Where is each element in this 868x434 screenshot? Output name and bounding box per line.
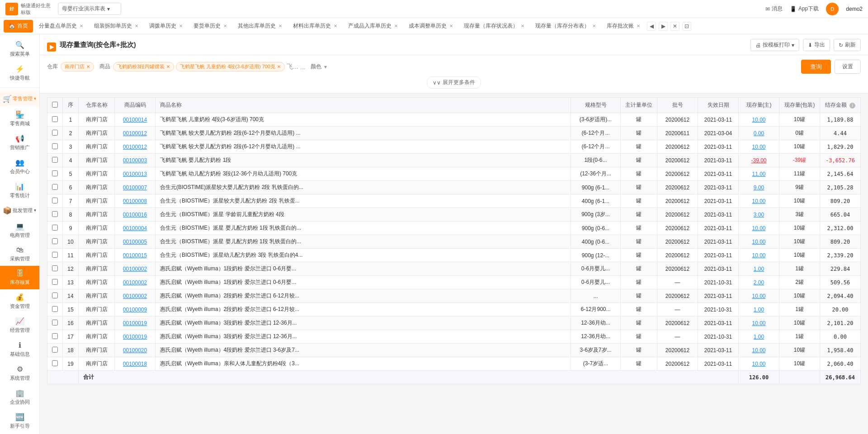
row-checkbox[interactable]	[52, 184, 58, 190]
tab-require[interactable]: 要货单历史 ✕	[189, 20, 232, 33]
sidebar-item-basic[interactable]: ℹ 基础信息	[0, 337, 39, 361]
row-code[interactable]: 00100016	[115, 208, 156, 222]
select-all-checkbox[interactable]	[52, 102, 58, 108]
row-checkbox[interactable]	[52, 225, 58, 231]
row-stock-main[interactable]: 10.00	[739, 249, 779, 262]
expand-more-button[interactable]: ∨∨ 展开更多条件	[427, 76, 481, 89]
row-checkbox-cell[interactable]	[47, 222, 63, 235]
row-checkbox[interactable]	[52, 347, 58, 353]
industry-select[interactable]: 母婴行业演示库表 ▾	[58, 3, 121, 15]
row-checkbox-cell[interactable]	[47, 249, 63, 262]
row-code[interactable]: 00100002	[115, 276, 156, 289]
row-code[interactable]: 00100020	[115, 344, 156, 357]
row-checkbox-cell[interactable]	[47, 289, 63, 303]
row-checkbox[interactable]	[52, 265, 58, 271]
row-checkbox[interactable]	[52, 130, 58, 136]
row-stock-main[interactable]: 10.00	[739, 357, 779, 371]
row-stock-main[interactable]: 9.00	[739, 181, 779, 194]
row-checkbox[interactable]	[52, 157, 58, 163]
tab-cost-adjust[interactable]: 成本调整单历史 ✕	[404, 20, 458, 33]
close-icon[interactable]: ✕	[80, 24, 83, 28]
close-icon[interactable]: ✕	[592, 24, 596, 28]
row-checkbox[interactable]	[52, 360, 58, 366]
row-checkbox-cell[interactable]	[47, 276, 63, 289]
row-checkbox-cell[interactable]	[47, 235, 63, 249]
tab-next-button[interactable]: ▶	[659, 22, 668, 31]
row-checkbox[interactable]	[52, 279, 58, 285]
tab-product-in[interactable]: 产成品入库单历史 ✕	[343, 20, 403, 33]
row-checkbox-cell[interactable]	[47, 181, 63, 194]
row-checkbox-cell[interactable]	[47, 127, 63, 140]
close-icon[interactable]: ✕	[521, 24, 524, 28]
row-checkbox[interactable]	[52, 238, 58, 244]
close-icon[interactable]: ✕	[277, 64, 281, 69]
row-checkbox-cell[interactable]	[47, 316, 63, 330]
balance-info-icon[interactable]: i	[849, 103, 855, 108]
tab-material-out[interactable]: 材料出库单历史 ✕	[288, 20, 342, 33]
row-stock-main[interactable]: 10.00	[739, 344, 779, 357]
row-checkbox[interactable]	[52, 116, 58, 122]
row-code[interactable]: 00100003	[115, 154, 156, 167]
close-icon[interactable]: ✕	[86, 64, 90, 69]
tab-disassemble[interactable]: 组装拆卸单历史 ✕	[89, 20, 143, 33]
sidebar-item-finance[interactable]: 💰 资金管理	[0, 289, 39, 313]
row-stock-main[interactable]: 10.00	[739, 289, 779, 303]
sidebar-item-guide[interactable]: 🆕 新手引导	[0, 409, 39, 433]
row-stock-main[interactable]: 2.00	[739, 276, 779, 289]
row-code[interactable]: 00100009	[115, 303, 156, 316]
row-code[interactable]: 00100002	[115, 289, 156, 303]
row-code[interactable]: 00100019	[115, 330, 156, 344]
sidebar-item-wholesale[interactable]: 📦 批发管理 ▼	[0, 203, 39, 218]
row-stock-main[interactable]: 10.00	[739, 113, 779, 127]
row-code[interactable]: 00100015	[115, 249, 156, 262]
row-checkbox-cell[interactable]	[47, 140, 63, 154]
close-icon[interactable]: ✕	[449, 24, 453, 28]
row-stock-main[interactable]: 10.00	[739, 140, 779, 154]
tab-partial-stock[interactable]: 分量盘点单历史 ✕	[34, 20, 88, 33]
row-code[interactable]: 00100002	[115, 262, 156, 276]
close-icon[interactable]: ✕	[135, 24, 138, 28]
tab-home[interactable]: 🏠 首页	[4, 20, 33, 33]
row-checkbox-cell[interactable]	[47, 194, 63, 208]
product-tag-2[interactable]: 飞鹤星飞帆 儿童奶粉 4段(3-6岁适用) 700克 ✕	[176, 62, 285, 71]
sidebar-item-marketing[interactable]: 📢 营销推广	[0, 131, 39, 155]
row-checkbox-cell[interactable]	[47, 344, 63, 357]
row-checkbox-cell[interactable]	[47, 262, 63, 276]
row-code[interactable]: 00100012	[115, 127, 156, 140]
row-code[interactable]: 00100004	[115, 222, 156, 235]
row-checkbox[interactable]	[52, 306, 58, 312]
row-stock-main[interactable]: -39.00	[739, 154, 779, 167]
row-checkbox[interactable]	[52, 320, 58, 326]
app-download-button[interactable]: 📱 App下载	[790, 5, 819, 13]
sidebar-item-nav[interactable]: ⚡ 快捷导航	[0, 61, 39, 85]
color-dropdown-icon[interactable]: ▾	[324, 64, 327, 70]
sidebar-item-ecom[interactable]: 💻 电商管理	[0, 218, 39, 242]
sidebar-item-purchase[interactable]: 🛍 采购管理	[0, 242, 39, 266]
row-stock-main[interactable]: 1.00	[739, 330, 779, 344]
close-icon[interactable]: ✕	[394, 24, 398, 28]
row-checkbox[interactable]	[52, 143, 58, 149]
close-icon[interactable]: ✕	[278, 24, 282, 28]
row-checkbox-cell[interactable]	[47, 167, 63, 181]
row-code[interactable]: 00100018	[115, 357, 156, 371]
sidebar-item-retail-shop[interactable]: 🏪 零售商城	[0, 107, 39, 131]
tab-more-button[interactable]: ⊡	[682, 22, 691, 31]
row-checkbox-cell[interactable]	[47, 154, 63, 167]
row-stock-main[interactable]: 3.00	[739, 208, 779, 222]
row-stock-main[interactable]: 10.00	[739, 194, 779, 208]
query-button[interactable]: 查询	[801, 60, 831, 74]
row-code[interactable]: 00100014	[115, 113, 156, 127]
sidebar-item-retail-mgmt[interactable]: 🛒 零售管理 ▼	[0, 91, 39, 107]
row-checkbox-cell[interactable]	[47, 330, 63, 344]
row-code[interactable]: 00100008	[115, 194, 156, 208]
row-stock-main[interactable]: 10.00	[739, 222, 779, 235]
col-header-check[interactable]	[47, 98, 63, 113]
row-code[interactable]: 00100007	[115, 181, 156, 194]
refresh-button[interactable]: ↻ 刷新	[834, 39, 861, 51]
row-checkbox-cell[interactable]	[47, 357, 63, 371]
print-button[interactable]: 🖨 按模板打印 ▾	[750, 39, 799, 51]
row-code[interactable]: 00100013	[115, 167, 156, 181]
row-checkbox-cell[interactable]	[47, 303, 63, 316]
row-checkbox[interactable]	[52, 170, 58, 176]
tab-other-out[interactable]: 其他出库单历史 ✕	[233, 20, 287, 33]
